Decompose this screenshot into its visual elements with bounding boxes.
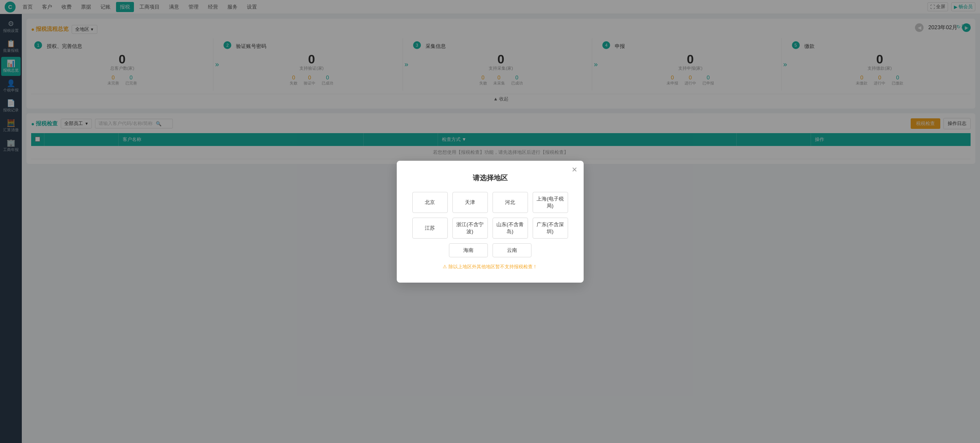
region-btn-jiangsu[interactable]: 江苏 bbox=[412, 218, 448, 239]
region-grid-row1: 北京 天津 河北 上海(电子税局) bbox=[412, 192, 568, 213]
region-btn-guangdong[interactable]: 广东(不含深圳) bbox=[533, 218, 568, 239]
region-btn-hainan[interactable]: 海南 bbox=[449, 243, 488, 257]
region-grid-row3: 海南 云南 bbox=[412, 243, 568, 257]
region-btn-shanghai[interactable]: 上海(电子税局) bbox=[533, 192, 568, 213]
region-btn-yunnan[interactable]: 云南 bbox=[493, 243, 531, 257]
modal-warning: ⚠ 除以上地区外其他地区暂不支持报税检查！ bbox=[412, 264, 568, 270]
region-btn-zhejiang[interactable]: 浙江(不含宁波) bbox=[452, 218, 488, 239]
warning-icon: ⚠ bbox=[443, 264, 447, 269]
modal-close-button[interactable]: ✕ bbox=[572, 166, 577, 173]
region-btn-shandong[interactable]: 山东(不含青岛) bbox=[493, 218, 528, 239]
modal-overlay: ✕ 请选择地区 北京 天津 河北 上海(电子税局) 江苏 浙江(不含宁波) 山东… bbox=[0, 0, 980, 443]
region-grid-row2: 江苏 浙江(不含宁波) 山东(不含青岛) 广东(不含深圳) bbox=[412, 218, 568, 239]
region-select-modal: ✕ 请选择地区 北京 天津 河北 上海(电子税局) 江苏 浙江(不含宁波) 山东… bbox=[397, 161, 584, 283]
modal-title: 请选择地区 bbox=[412, 173, 568, 183]
region-btn-tianjin[interactable]: 天津 bbox=[452, 192, 488, 213]
region-btn-beijing[interactable]: 北京 bbox=[412, 192, 448, 213]
region-btn-hebei[interactable]: 河北 bbox=[493, 192, 528, 213]
